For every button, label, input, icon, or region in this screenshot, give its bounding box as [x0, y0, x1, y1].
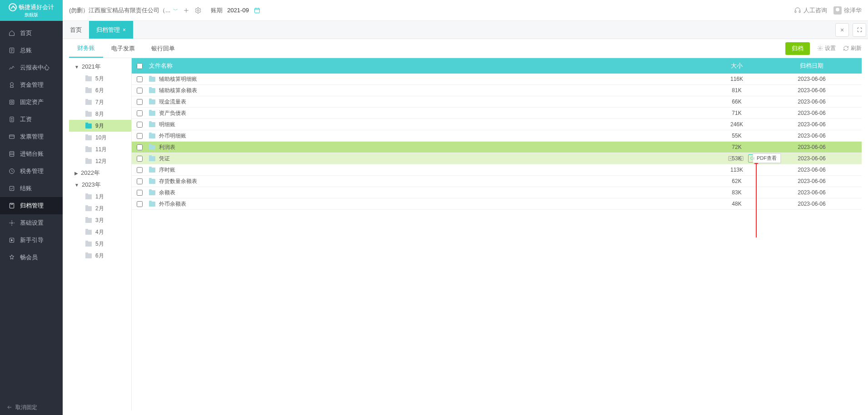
row-checkbox[interactable] [137, 144, 143, 150]
month-label: 6月 [95, 87, 104, 94]
fullscreen-button[interactable] [853, 23, 866, 37]
row-checkbox[interactable] [137, 178, 143, 184]
row-checkbox[interactable] [137, 133, 143, 139]
file-icon [149, 179, 155, 184]
unpin-button[interactable]: 取消固定 [0, 400, 63, 415]
date-tree: ▼2021年5月6月7月8月9月10月11月12月▶2022年▼2023年1月2… [69, 58, 132, 410]
company-selector[interactable]: (勿删）江西服宝精品有限责任公司（... ﹀ [69, 6, 178, 15]
help-button[interactable]: 人工咨询 [794, 6, 827, 15]
tree-month[interactable]: 12月 [69, 155, 131, 167]
settings-link[interactable]: 设置 [817, 44, 836, 52]
table-row[interactable]: 辅助核算明细账 116K 2023-06-06 [132, 74, 862, 85]
tree-year[interactable]: ▼2021年 [69, 61, 131, 73]
nav-item[interactable]: 云报表中心 [0, 59, 63, 76]
nav-item[interactable]: 畅会员 [0, 249, 63, 266]
refresh-link[interactable]: 刷新 [843, 44, 862, 52]
tree-month[interactable]: 4月 [69, 226, 131, 238]
user-menu[interactable]: 徐泽华 [833, 6, 862, 15]
file-date: 2023-06-06 [762, 201, 862, 207]
table-row[interactable]: 资产负债表 71K 2023-06-06 [132, 108, 862, 119]
tree-month[interactable]: 2月 [69, 203, 131, 214]
nav-item[interactable]: 总账 [0, 42, 63, 59]
tree-month[interactable]: 5月 [69, 73, 131, 84]
calendar-icon[interactable] [253, 7, 261, 14]
file-date: 2023-06-06 [762, 99, 862, 105]
nav-item[interactable]: 首页 [0, 25, 63, 42]
table-row[interactable]: 利润表 72K 2023-06-06 [132, 142, 862, 153]
subtab-label: 电子发票 [111, 44, 135, 53]
add-icon[interactable] [183, 7, 190, 14]
period-value[interactable]: 2021-09 [227, 7, 249, 14]
nav-icon [8, 64, 15, 71]
table-row[interactable]: 存货数量余额表 62K 2023-06-06 [132, 176, 862, 187]
nav-item[interactable]: 归档管理 [0, 197, 63, 214]
table-row[interactable]: 明细账 246K 2023-06-06 [132, 119, 862, 130]
gear-icon[interactable] [194, 7, 202, 14]
unpin-label: 取消固定 [15, 404, 37, 411]
tree-month[interactable]: 3月 [69, 214, 131, 226]
nav-label: 总账 [20, 46, 32, 54]
tree-month[interactable]: 9月 [69, 120, 131, 132]
header-date: 归档日期 [800, 62, 823, 69]
nav-item[interactable]: 结账 [0, 180, 63, 197]
file-date: 2023-06-06 [762, 121, 862, 128]
row-checkbox[interactable] [137, 167, 143, 173]
table-row[interactable]: 序时账 113K 2023-06-06 [132, 164, 862, 176]
row-checkbox[interactable] [137, 110, 143, 116]
subtab-finance[interactable]: 财务账 [69, 39, 103, 58]
row-checkbox[interactable] [137, 156, 143, 162]
table-row[interactable]: 现金流量表 66K 2023-06-06 [132, 96, 862, 108]
select-all-checkbox[interactable] [137, 63, 143, 69]
table-row[interactable]: 凭证 53K 2023-06-06 PDF查看 [132, 153, 862, 164]
nav-item[interactable]: 新手引导 [0, 232, 63, 249]
nav-item[interactable]: 基础设置 [0, 214, 63, 232]
nav-item[interactable]: 工资 [0, 111, 63, 128]
nav-item[interactable]: 资金管理 [0, 76, 63, 94]
download-excel-icon[interactable] [726, 154, 734, 163]
subtab-bankslip[interactable]: 银行回单 [143, 39, 183, 58]
nav-item[interactable]: 进销台账 [0, 145, 63, 163]
row-checkbox[interactable] [137, 201, 143, 207]
row-checkbox[interactable] [137, 88, 143, 94]
file-icon [149, 122, 155, 127]
tree-month[interactable]: 7月 [69, 96, 131, 108]
row-checkbox[interactable] [137, 190, 143, 196]
table-row[interactable]: 外币余额表 48K 2023-06-06 [132, 198, 862, 210]
tree-month[interactable]: 1月 [69, 191, 131, 203]
tree-year[interactable]: ▼2023年 [69, 179, 131, 191]
nav-item[interactable]: 固定资产 [0, 94, 63, 111]
nav-icon [8, 237, 15, 244]
svg-rect-2 [10, 100, 14, 104]
tree-year[interactable]: ▶2022年 [69, 167, 131, 179]
table-row[interactable]: 辅助核算余额表 81K 2023-06-06 [132, 85, 862, 96]
nav-icon [8, 47, 15, 54]
tree-month[interactable]: 5月 [69, 238, 131, 250]
file-icon [149, 99, 155, 104]
tree-month[interactable]: 11月 [69, 143, 131, 155]
table-row[interactable]: 余额表 83K 2023-06-06 [132, 187, 862, 198]
tree-month[interactable]: 6月 [69, 84, 131, 96]
nav-item[interactable]: 发票管理 [0, 128, 63, 145]
row-checkbox[interactable] [137, 99, 143, 105]
row-checkbox[interactable] [137, 76, 143, 82]
tree-month[interactable]: 10月 [69, 132, 131, 143]
month-label: 3月 [95, 217, 104, 224]
download-pdf-icon[interactable] [737, 154, 745, 163]
close-icon[interactable]: × [123, 27, 126, 33]
nav-item[interactable]: 税务管理 [0, 163, 63, 180]
table-row[interactable]: 外币明细账 55K 2023-06-06 [132, 130, 862, 142]
tree-month[interactable]: 8月 [69, 108, 131, 120]
tab-close-button[interactable]: × [835, 23, 849, 37]
nav-icon [8, 150, 15, 158]
row-checkbox[interactable] [137, 122, 143, 128]
file-icon [149, 145, 155, 150]
page-tabs: 首页 归档管理× × [63, 21, 868, 39]
file-size: 55K [712, 133, 762, 139]
subtab-einvoice[interactable]: 电子发票 [103, 39, 143, 58]
tab-archive[interactable]: 归档管理× [89, 21, 133, 39]
archive-button[interactable]: 归档 [785, 42, 810, 55]
tab-home[interactable]: 首页 [63, 21, 89, 39]
svg-rect-6 [10, 152, 14, 157]
file-name: 资产负债表 [159, 109, 186, 117]
tree-month[interactable]: 6月 [69, 250, 131, 262]
